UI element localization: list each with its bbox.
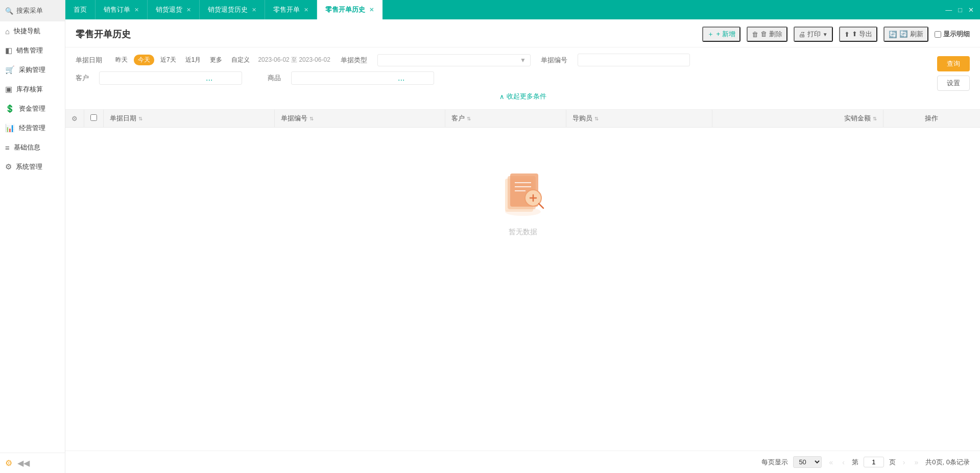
close-tab-sales-order[interactable]: ✕ bbox=[134, 7, 139, 13]
dropdown-chevron-icon: ▼ bbox=[520, 57, 526, 64]
sidebar-search-label: 搜索采单 bbox=[16, 6, 43, 15]
sidebar-item-basic-info[interactable]: ≡ 基础信息 bbox=[0, 138, 65, 157]
next-page-btn[interactable]: › bbox=[901, 457, 907, 467]
page-header: 零售开单历史 ＋ + 新增 🗑 🗑 删除 🖨 打印 ▼ ⬆ ⬆ 导出 bbox=[65, 19, 980, 47]
sidebar-item-system-mgmt[interactable]: ⚙ 系统管理 bbox=[0, 157, 65, 177]
page-label: 第 bbox=[852, 458, 858, 467]
collapse-filter-btn[interactable]: ∧ 收起更多条件 bbox=[76, 90, 970, 105]
th-gear[interactable]: ⚙ bbox=[65, 110, 84, 128]
tab-sales-return-history[interactable]: 销货退货历史 ✕ bbox=[200, 0, 265, 19]
date-btn-last-month[interactable]: 近1月 bbox=[182, 55, 204, 65]
date-btn-more[interactable]: 更多 bbox=[207, 55, 225, 65]
customer-input[interactable] bbox=[104, 74, 206, 82]
th-checkbox bbox=[84, 110, 104, 128]
sort-date-icon[interactable]: ⇅ bbox=[138, 116, 142, 121]
bill-no-input[interactable] bbox=[578, 54, 690, 66]
customer-input-wrapper: ... bbox=[99, 71, 242, 85]
query-button[interactable]: 查询 bbox=[937, 56, 970, 71]
close-tab-sales-return[interactable]: ✕ bbox=[186, 7, 191, 13]
sidebar-item-quick-nav[interactable]: ⌂ 快捷导航 bbox=[0, 21, 65, 41]
last-page-btn[interactable]: » bbox=[913, 457, 921, 467]
per-page-select[interactable]: 50 10 20 100 bbox=[793, 456, 822, 468]
table-container: ⚙ 单据日期 ⇅ 单据编号 bbox=[65, 110, 980, 451]
display-detail-toggle[interactable]: 显示明细 bbox=[935, 30, 970, 39]
tab-sales-order[interactable]: 销售订单 ✕ bbox=[95, 0, 148, 19]
top-nav: 首页 销售订单 ✕ 销货退货 ✕ 销货退货历史 ✕ 零售开单 ✕ 零售开单历史 … bbox=[65, 0, 980, 19]
sidebar-item-label: 资金管理 bbox=[19, 104, 45, 113]
bill-type-label: 单据类型 bbox=[341, 56, 367, 65]
close-tab-retail-open[interactable]: ✕ bbox=[304, 7, 308, 13]
sidebar-item-inventory[interactable]: ▣ 库存核算 bbox=[0, 80, 65, 99]
collapse-sidebar-icon[interactable]: ◀◀ bbox=[17, 458, 30, 468]
purchase-icon: 🛒 bbox=[5, 65, 15, 74]
th-no: 单据编号 ⇅ bbox=[274, 110, 445, 128]
th-date: 单据日期 ⇅ bbox=[104, 110, 275, 128]
date-btn-yesterday[interactable]: 昨天 bbox=[112, 55, 131, 65]
sort-amount-icon[interactable]: ⇅ bbox=[873, 116, 877, 121]
gear-icon: ⚙ bbox=[71, 115, 78, 122]
select-all-checkbox[interactable] bbox=[90, 114, 97, 121]
sidebar-item-label: 基础信息 bbox=[14, 143, 40, 152]
operations-icon: 📊 bbox=[5, 123, 15, 133]
sidebar-item-purchase-mgmt[interactable]: 🛒 采购管理 bbox=[0, 60, 65, 80]
window-close-btn[interactable]: ✕ bbox=[968, 6, 974, 14]
filter-row-1: 单据日期 昨天 今天 近7天 近1月 更多 自定义 2023-06-02 至 2… bbox=[76, 54, 970, 66]
basic-icon: ≡ bbox=[5, 143, 10, 152]
sidebar-item-operations[interactable]: 📊 经营管理 bbox=[0, 118, 65, 138]
tab-retail-open[interactable]: 零售开单 ✕ bbox=[265, 0, 317, 19]
product-input-wrapper: ... bbox=[291, 71, 434, 85]
customer-search-icon[interactable]: ... bbox=[206, 73, 212, 83]
page-title: 零售开单历史 bbox=[76, 28, 131, 40]
tab-retail-history[interactable]: 零售开单历史 ✕ bbox=[317, 0, 383, 19]
close-tab-sales-return-history[interactable]: ✕ bbox=[252, 7, 256, 13]
table-header-row: ⚙ 单据日期 ⇅ 单据编号 bbox=[65, 110, 980, 128]
svg-line-10 bbox=[539, 204, 543, 208]
sidebar: 🔍 搜索采单 ⌂ 快捷导航 ◧ 销售管理 🛒 采购管理 ▣ 库存核算 💲 资金管… bbox=[0, 0, 65, 473]
page-unit: 页 bbox=[889, 458, 896, 467]
refresh-button[interactable]: 🔄 🔄 刷新 bbox=[883, 27, 928, 42]
sidebar-item-label: 采购管理 bbox=[19, 65, 45, 74]
window-max-btn[interactable]: □ bbox=[958, 6, 962, 14]
date-btn-custom[interactable]: 自定义 bbox=[228, 55, 253, 65]
sort-guide-icon[interactable]: ⇅ bbox=[594, 116, 599, 121]
delete-button[interactable]: 🗑 🗑 删除 bbox=[747, 27, 787, 42]
total-label: 共0页, 0条记录 bbox=[925, 458, 970, 467]
tab-sales-return[interactable]: 销货退货 ✕ bbox=[148, 0, 200, 19]
add-button[interactable]: ＋ + 新增 bbox=[702, 27, 740, 42]
th-guide: 导购员 ⇅ bbox=[566, 110, 712, 128]
sort-no-icon[interactable]: ⇅ bbox=[309, 116, 314, 121]
sidebar-search[interactable]: 🔍 搜索采单 bbox=[0, 0, 65, 21]
tab-home[interactable]: 首页 bbox=[65, 0, 95, 19]
window-min-btn[interactable]: — bbox=[945, 6, 952, 14]
date-range-display: 2023-06-02 至 2023-06-02 bbox=[258, 56, 330, 64]
product-search-icon[interactable]: ... bbox=[398, 73, 404, 83]
sidebar-item-sales-mgmt[interactable]: ◧ 销售管理 bbox=[0, 41, 65, 60]
sidebar-item-finance[interactable]: 💲 资金管理 bbox=[0, 99, 65, 118]
finance-icon: 💲 bbox=[5, 104, 15, 113]
empty-state-label: 暂无数据 bbox=[509, 228, 537, 237]
first-page-btn[interactable]: « bbox=[827, 457, 835, 467]
print-button[interactable]: 🖨 打印 ▼ bbox=[794, 27, 833, 42]
prev-page-btn[interactable]: ‹ bbox=[840, 457, 847, 467]
product-label: 商品 bbox=[268, 73, 281, 83]
bill-type-dropdown[interactable]: ▼ bbox=[377, 54, 531, 66]
close-tab-retail-history[interactable]: ✕ bbox=[369, 7, 374, 13]
product-input[interactable] bbox=[296, 74, 398, 82]
data-table: ⚙ 单据日期 ⇅ 单据编号 bbox=[65, 110, 980, 128]
export-button[interactable]: ⬆ ⬆ 导出 bbox=[839, 27, 878, 42]
page-header-actions: ＋ + 新增 🗑 🗑 删除 🖨 打印 ▼ ⬆ ⬆ 导出 🔄 bbox=[702, 27, 970, 42]
pagination: 每页显示 50 10 20 100 « ‹ 第 页 › » 共0页, 0条记录 bbox=[65, 451, 980, 473]
refresh-icon: 🔄 bbox=[889, 31, 897, 38]
settings-button[interactable]: 设置 bbox=[937, 76, 970, 91]
th-action: 操作 bbox=[883, 110, 980, 128]
page-number-input[interactable] bbox=[864, 457, 884, 467]
sort-customer-icon[interactable]: ⇅ bbox=[467, 116, 471, 121]
display-detail-checkbox[interactable] bbox=[935, 31, 941, 38]
query-settings-panel: 查询 设置 bbox=[937, 56, 970, 91]
date-btn-last7[interactable]: 近7天 bbox=[157, 55, 179, 65]
settings-icon[interactable]: ⚙ bbox=[5, 458, 12, 468]
search-icon: 🔍 bbox=[5, 7, 13, 15]
date-btn-today[interactable]: 今天 bbox=[134, 55, 154, 65]
empty-state: 暂无数据 bbox=[65, 128, 980, 278]
empty-state-icon bbox=[492, 168, 554, 219]
